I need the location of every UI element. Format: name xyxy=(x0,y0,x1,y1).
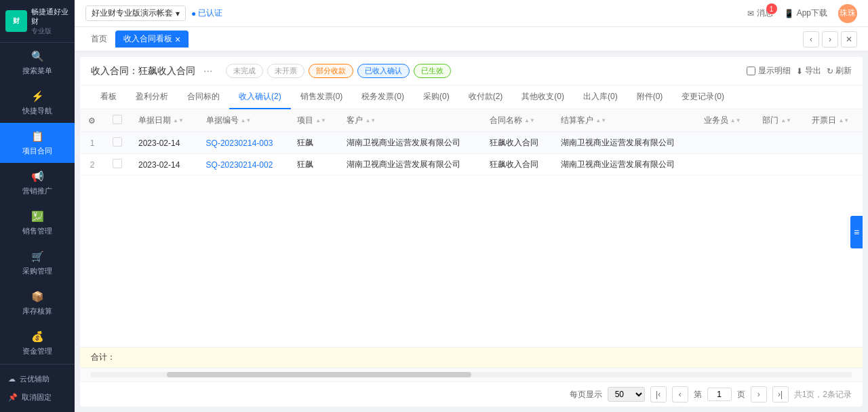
tab-warehouse[interactable]: 出入库(0) xyxy=(574,86,627,109)
col-open-date[interactable]: 开票日 ▲▼ xyxy=(804,109,863,132)
col-settle-customer[interactable]: 结算客户 ▲▼ xyxy=(553,109,696,132)
tab-profit[interactable]: 盈利分析 xyxy=(126,86,178,109)
col-contract-name[interactable]: 合同名称 ▲▼ xyxy=(481,109,553,132)
sidebar-item-cloud[interactable]: ☁ 云优辅助 xyxy=(3,370,72,388)
funds-icon: 💰 xyxy=(31,330,44,343)
row-1-dept xyxy=(754,132,804,154)
row-2-opendate xyxy=(804,154,863,176)
pin-icon: 📌 xyxy=(8,393,18,402)
app-download-button[interactable]: 📱 App下载 xyxy=(784,7,827,19)
tab-close-button[interactable]: × xyxy=(175,35,180,44)
scrollbar-track xyxy=(91,372,852,377)
messages-button[interactable]: ✉ 消息 1 xyxy=(747,7,773,19)
table-row: 1 2023-02-14 SQ-20230214-003 狂飙 湖南卫视商业运营… xyxy=(80,132,863,154)
tab-close-all-button[interactable]: ✕ xyxy=(841,31,857,48)
tab-home[interactable]: 首页 xyxy=(85,29,113,49)
tab-other-income[interactable]: 其他收支(0) xyxy=(512,86,574,109)
sidebar-item-search[interactable]: 🔍 搜索菜单 xyxy=(0,43,75,83)
col-project[interactable]: 项目 ▲▼ xyxy=(289,109,338,132)
tab-board[interactable]: 看板 xyxy=(91,86,126,109)
sidebar-nav: 🔍 搜索菜单 ⚡ 快捷导航 📋 项目合同 📢 营销推广 💹 销售管理 🛒 采购管… xyxy=(0,43,75,364)
inventory-icon: 📦 xyxy=(31,290,44,303)
row-checkbox[interactable] xyxy=(113,137,122,147)
sidebar-item-purchase[interactable]: 🛒 采购管理 xyxy=(0,243,75,283)
company-selector[interactable]: 好业财专业版演示帐套 ▾ xyxy=(85,5,186,21)
search-icon: 🔍 xyxy=(31,50,44,63)
row-1-contract: 狂飙收入合同 xyxy=(481,132,553,154)
sidebar-item-quicknav[interactable]: ⚡ 快捷导航 xyxy=(0,83,75,123)
table-area: ⚙ 单据日期 ▲▼ xyxy=(80,109,863,407)
quicknav-icon: ⚡ xyxy=(31,90,44,103)
first-page-button[interactable]: |‹ xyxy=(650,386,667,402)
tab-sales-invoice[interactable]: 销售发票(0) xyxy=(291,86,353,109)
row-2-project: 狂飙 xyxy=(289,154,338,176)
tab-attachments[interactable]: 附件(0) xyxy=(627,86,673,109)
sidebar-item-unpin[interactable]: 📌 取消固定 xyxy=(3,388,72,407)
opendate-sort-icon: ▲▼ xyxy=(838,118,849,124)
app-logo: 财 畅捷通好业财 专业版 xyxy=(0,0,75,43)
right-panel-toggle[interactable]: ≡ xyxy=(850,216,863,248)
contract-sort-icon: ▲▼ xyxy=(524,118,535,124)
col-number[interactable]: 单据编号 ▲▼ xyxy=(198,109,290,132)
panel-icon: ≡ xyxy=(854,227,859,238)
app-name: 畅捷通好业财 专业版 xyxy=(31,7,69,35)
col-salesman[interactable]: 业务员 ▲▼ xyxy=(696,109,754,132)
sidebar-item-inventory[interactable]: 📦 库存核算 xyxy=(0,283,75,323)
row-1-checkbox[interactable] xyxy=(104,132,130,154)
check-circle-icon: ● xyxy=(191,9,196,18)
project-sort-icon: ▲▼ xyxy=(315,118,326,124)
status-tag-uninvoiced[interactable]: 未开票 xyxy=(267,64,304,78)
row-2-number[interactable]: SQ-20230214-002 xyxy=(198,154,290,176)
sidebar-item-funds[interactable]: 💰 资金管理 xyxy=(0,323,75,363)
date-sort-icon: ▲▼ xyxy=(173,118,184,124)
topbar-left: 好业财专业版演示帐套 ▾ ● 已认证 xyxy=(85,5,222,21)
topbar: 好业财专业版演示帐套 ▾ ● 已认证 ✉ 消息 1 📱 App下载 珠珠 xyxy=(75,0,868,27)
status-tag-confirmed[interactable]: 已收入确认 xyxy=(357,64,410,78)
next-page-button[interactable]: › xyxy=(751,386,767,402)
tab-purchase[interactable]: 采购(0) xyxy=(414,86,459,109)
prev-page-button[interactable]: ‹ xyxy=(672,386,688,402)
scrollbar-thumb[interactable] xyxy=(167,372,471,377)
status-tags: 未完成 未开票 部分收款 已收入确认 已生效 xyxy=(226,64,451,78)
page-content: 收入合同：狂飙收入合同 ··· 未完成 未开票 部分收款 已收入确认 已生效 显… xyxy=(80,57,863,407)
select-all-checkbox[interactable] xyxy=(113,115,122,124)
table-settings-icon[interactable]: ⚙ xyxy=(88,116,96,126)
more-options-button[interactable]: ··· xyxy=(203,65,212,77)
tab-payment[interactable]: 收付款(2) xyxy=(459,86,513,109)
sidebar-item-project[interactable]: 📋 项目合同 xyxy=(0,123,75,163)
last-page-button[interactable]: ›| xyxy=(772,386,789,402)
col-customer[interactable]: 客户 ▲▼ xyxy=(338,109,481,132)
tab-next-button[interactable]: › xyxy=(822,31,838,48)
col-date[interactable]: 单据日期 ▲▼ xyxy=(130,109,198,132)
export-button[interactable]: ⬇ 导出 xyxy=(796,65,821,77)
refresh-button[interactable]: ↻ 刷新 xyxy=(827,65,852,77)
row-2-dept xyxy=(754,154,804,176)
tab-changes[interactable]: 变更记录(0) xyxy=(672,86,734,109)
sidebar-item-sales[interactable]: 💹 销售管理 xyxy=(0,203,75,243)
verified-badge: ● 已认证 xyxy=(191,7,222,19)
settle-sort-icon: ▲▼ xyxy=(595,118,606,124)
row-1-number[interactable]: SQ-20230214-003 xyxy=(198,132,290,154)
row-2-checkbox[interactable] xyxy=(104,154,130,176)
tab-contract-items[interactable]: 合同标的 xyxy=(178,86,229,109)
customer-sort-icon: ▲▼ xyxy=(365,118,376,124)
tabbar: 首页 收入合同看板 × ‹ › ✕ xyxy=(75,27,868,52)
refresh-icon: ↻ xyxy=(827,67,833,76)
sidebar-item-marketing[interactable]: 📢 营销推广 xyxy=(0,163,75,203)
number-sort-icon: ▲▼ xyxy=(241,118,252,124)
contract-title: 收入合同：狂飙收入合同 xyxy=(91,65,195,77)
tab-revenue-confirm[interactable]: 收入确认(2) xyxy=(229,86,291,109)
user-avatar[interactable]: 珠珠 xyxy=(838,4,857,23)
status-tag-effective[interactable]: 已生效 xyxy=(414,64,451,78)
tab-tax-invoice[interactable]: 税务发票(0) xyxy=(352,86,414,109)
status-tag-incomplete[interactable]: 未完成 xyxy=(226,64,263,78)
row-checkbox[interactable] xyxy=(113,159,122,168)
status-tag-partial[interactable]: 部分收款 xyxy=(309,64,353,78)
show-detail-checkbox[interactable] xyxy=(747,67,755,75)
tab-contract-board[interactable]: 收入合同看板 × xyxy=(115,31,189,48)
col-department[interactable]: 部门 ▲▼ xyxy=(754,109,804,132)
page-size-select[interactable]: 20 50 100 xyxy=(608,387,645,402)
cloud-icon: ☁ xyxy=(8,375,16,383)
tab-prev-button[interactable]: ‹ xyxy=(803,31,819,48)
page-number-input[interactable]: 1 xyxy=(707,388,732,401)
